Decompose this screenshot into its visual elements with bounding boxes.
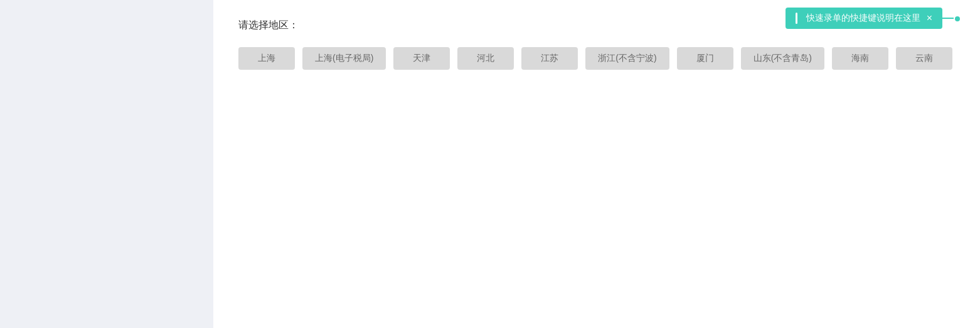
region-btn-yunnan[interactable]: 云南 — [896, 47, 952, 70]
region-btn-shandong[interactable]: 山东(不含青岛) — [741, 47, 824, 70]
region-btn-tianjin[interactable]: 天津 — [393, 47, 450, 70]
region-btn-shanghai-etax[interactable]: 上海(电子税局) — [302, 47, 386, 70]
tooltip-close-button[interactable]: × — [927, 13, 932, 23]
dot-indicator — [954, 15, 961, 23]
left-sidebar — [0, 0, 213, 328]
region-btn-zhejiang[interactable]: 浙江(不含宁波) — [585, 47, 669, 70]
region-btn-jiangsu[interactable]: 江苏 — [521, 47, 578, 70]
region-btn-shanghai[interactable]: 上海 — [238, 47, 295, 70]
region-btn-xiamen[interactable]: 厦门 — [677, 47, 733, 70]
connector-line — [941, 18, 954, 19]
region-btn-hebei[interactable]: 河北 — [457, 47, 514, 70]
region-buttons-container: 上海上海(电子税局)天津河北江苏浙江(不含宁波)厦门山东(不含青岛)海南云南 — [238, 47, 955, 70]
main-content: 请选择地区： 上海上海(电子税局)天津河北江苏浙江(不含宁波)厦门山东(不含青岛… — [213, 0, 980, 328]
region-btn-hainan[interactable]: 海南 — [832, 47, 888, 70]
tooltip-text: 快速录单的快捷键说明在这里 — [806, 13, 920, 24]
tooltip-banner: 快速录单的快捷键说明在这里 × — [786, 8, 942, 29]
